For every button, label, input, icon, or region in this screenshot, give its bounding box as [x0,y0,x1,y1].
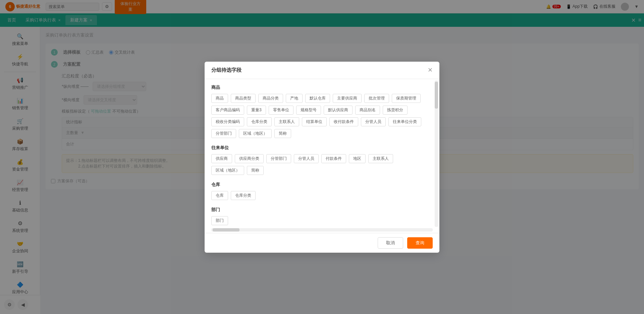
field-tag-product[interactable]: 商品 [211,94,228,103]
field-tag-batch-mgmt[interactable]: 批次管理 [364,94,389,103]
modal-title: 分组待选字段 [211,67,241,73]
field-tag-settlement-unit[interactable]: 结算单位 [302,117,327,126]
field-tag-warehouse-cat[interactable]: 仓库分类 [247,117,272,126]
field-tag-pick-score[interactable]: 拣货积分 [383,106,408,115]
field-tag-product-alias[interactable]: 商品别名 [355,106,380,115]
modal-vscrollbar-thumb [435,82,438,109]
partner-fields: 供应商 供应商分类 分管部门 分管人员 付款条件 地区 主联系人 区域（地区） … [211,154,428,175]
section-product: 商品 商品 商品类型 商品分类 产地 默认仓库 主要供应商 批次管理 保质期管理… [211,84,428,138]
field-tag-retail-unit[interactable]: 零售单位 [269,106,293,115]
field-tag-district[interactable]: 地区 [349,154,366,163]
field-tag-customer-code[interactable]: 客户商品编码 [211,106,244,115]
field-tag-weight3[interactable]: 重量3 [247,106,266,115]
field-tag-region-product[interactable]: 区域（地区） [239,129,272,138]
dept-fields: 部门 [211,216,428,225]
field-tag-payment-terms[interactable]: 收付款条件 [329,117,358,126]
modal-vscrollbar[interactable] [435,80,438,227]
product-fields: 商品 商品类型 商品分类 产地 默认仓库 主要供应商 批次管理 保质期管理 客户… [211,94,428,138]
section-product-title: 商品 [211,84,428,90]
field-tag-region-partner[interactable]: 区域（地区） [211,166,244,175]
field-tag-spec-model[interactable]: 规格型号 [296,106,321,115]
field-tag-partner-dept[interactable]: 分管部门 [266,154,291,163]
field-tag-default-supplier[interactable]: 默认供应商 [324,106,353,115]
section-partner: 往来单位 供应商 供应商分类 分管部门 分管人员 付款条件 地区 主联系人 区域… [211,145,428,175]
modal-overlay: 分组待选字段 ✕ 商品 商品 商品类型 商品分类 产地 默认仓库 主要供应商 [0,0,644,314]
cancel-button[interactable]: 取消 [378,237,403,249]
section-department: 部门 部门 [211,207,428,225]
field-tag-partner-cat[interactable]: 往来单位分类 [388,117,421,126]
field-tag-warehouse[interactable]: 仓库 [211,191,228,200]
field-tag-product-type[interactable]: 商品类型 [231,94,256,103]
modal-hscrollbar-thumb [213,228,239,232]
field-tag-expiry[interactable]: 保质期管理 [392,94,421,103]
modal-header: 分组待选字段 ✕ [205,62,439,79]
field-tag-supplier-cat[interactable]: 供应商分类 [235,154,264,163]
field-tag-partner-contact[interactable]: 主联系人 [368,154,393,163]
field-tag-tax-code[interactable]: 税收分类编码 [211,117,244,126]
section-warehouse-title: 仓库 [211,182,428,188]
modal-close-btn[interactable]: ✕ [428,67,433,73]
modal-hscrollbar[interactable] [211,228,433,232]
field-tag-dept[interactable]: 分管部门 [211,129,236,138]
field-tag-default-warehouse[interactable]: 默认仓库 [305,94,330,103]
modal-body-wrapper: 商品 商品 商品类型 商品分类 产地 默认仓库 主要供应商 批次管理 保质期管理… [205,79,439,228]
field-tag-department[interactable]: 部门 [211,216,228,225]
warehouse-fields: 仓库 仓库分类 [211,191,428,200]
field-tag-supervisor[interactable]: 分管人员 [361,117,386,126]
section-partner-title: 往来单位 [211,145,428,151]
field-tag-abbr-product[interactable]: 简称 [274,129,291,138]
field-tag-partner-person[interactable]: 分管人员 [294,154,319,163]
field-tag-abbr-partner[interactable]: 简称 [247,166,264,175]
section-warehouse: 仓库 仓库 仓库分类 [211,182,428,200]
field-tag-main-supplier[interactable]: 主要供应商 [333,94,362,103]
confirm-button[interactable]: 查询 [407,237,433,249]
field-tag-supplier[interactable]: 供应商 [211,154,232,163]
field-selection-modal: 分组待选字段 ✕ 商品 商品 商品类型 商品分类 产地 默认仓库 主要供应商 [205,62,439,253]
field-tag-main-contact[interactable]: 主联系人 [274,117,299,126]
field-tag-origin[interactable]: 产地 [286,94,303,103]
modal-body: 商品 商品 商品类型 商品分类 产地 默认仓库 主要供应商 批次管理 保质期管理… [205,79,435,228]
section-dept-title: 部门 [211,207,428,213]
modal-footer: 取消 查询 [205,233,439,253]
field-tag-payment-cond[interactable]: 付款条件 [321,154,346,163]
field-tag-warehouse-category[interactable]: 仓库分类 [231,191,256,200]
field-tag-product-category[interactable]: 商品分类 [258,94,283,103]
